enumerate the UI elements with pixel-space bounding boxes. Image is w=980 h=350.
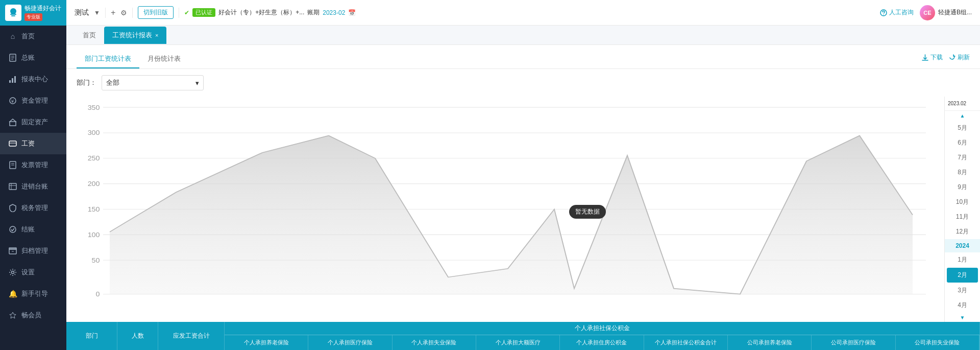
add-icon[interactable]: + xyxy=(111,8,115,17)
th-total-salary-label: 应发工资合计 xyxy=(173,332,210,340)
month-item-2-active[interactable]: 2月 xyxy=(947,268,978,283)
calendar-icon[interactable]: 📅 xyxy=(348,9,356,16)
svg-rect-2 xyxy=(11,15,15,16)
month-item-4[interactable]: 4月 xyxy=(945,298,980,313)
year-header[interactable]: 2023.02 xyxy=(945,97,980,111)
topbar-divider-2 xyxy=(132,8,133,18)
tax-icon xyxy=(8,203,17,213)
dept-filter-value: 全部 xyxy=(106,78,119,87)
period-value: 2023-02 xyxy=(323,9,345,16)
tab-salary-report[interactable]: 工资统计报表 × xyxy=(104,27,166,44)
sidebar-item-member[interactable]: 畅会员 xyxy=(0,305,66,326)
tab-home[interactable]: 首页 xyxy=(75,27,104,44)
svg-rect-7 xyxy=(9,80,11,83)
sub-tab-monthly[interactable]: 月份统计表 xyxy=(139,50,189,68)
sidebar-item-reports[interactable]: 报表中心 xyxy=(0,68,66,90)
sub-tab-dept[interactable]: 部门工资统计表 xyxy=(77,50,139,68)
sidebar-item-tax[interactable]: 税务管理 xyxy=(0,197,66,219)
sidebar-item-label: 报表中心 xyxy=(21,75,48,84)
service-button[interactable]: 人工咨询 xyxy=(880,8,914,17)
topbar-divider-3 xyxy=(179,8,179,18)
svg-rect-13 xyxy=(9,141,16,146)
archive-icon xyxy=(8,246,17,255)
sub-tab-monthly-label: 月份统计表 xyxy=(148,55,181,62)
company-dropdown-icon[interactable]: ▼ xyxy=(94,9,100,16)
th-personal-medical: 个人承担医疗保险 xyxy=(308,335,392,350)
line-chart: 350 300 250 200 150 100 50 0 xyxy=(77,102,939,317)
app-name: 畅捷通好会计 xyxy=(24,5,61,13)
refresh-button[interactable]: 刷新 xyxy=(949,53,970,62)
prev-arrow[interactable]: ▲ xyxy=(945,111,980,121)
th-personal-old-age: 个人承担养老保险 xyxy=(225,335,308,350)
th-personal-housing: 个人承担住房公积金 xyxy=(560,335,644,350)
th-count-label: 人数 xyxy=(132,332,144,340)
month-item-12[interactable]: 12月 xyxy=(945,224,980,239)
sidebar-item-label: 归档管理 xyxy=(21,246,48,255)
funds-icon: ¥ xyxy=(8,96,17,105)
th-company-unemployment: 公司承担失业保险 xyxy=(896,335,979,350)
next-arrow[interactable]: ▼ xyxy=(945,313,980,322)
sidebar-item-guide[interactable]: 🔔 新手引导 xyxy=(0,283,66,305)
dept-filter-label: 部门： xyxy=(77,78,96,87)
download-label: 下载 xyxy=(930,53,943,62)
sidebar-item-funds[interactable]: ¥ 资金管理 xyxy=(0,90,66,111)
user-section[interactable]: CE 轻捷通B组... xyxy=(920,5,972,20)
th-company-old-age: 公司承担养老保险 xyxy=(728,335,812,350)
sidebar-item-archive[interactable]: 归档管理 xyxy=(0,240,66,262)
sub-tab-bar: 部门工资统计表 月份统计表 下载 刷新 xyxy=(66,45,980,69)
month-item-11[interactable]: 11月 xyxy=(945,209,980,224)
main-area: 测试 ▼ + ⚙ 切到旧版 ✔ 已认证 好会计（专）+好生意（标）+... 账期… xyxy=(66,0,980,350)
content-area: 部门工资统计表 月份统计表 下载 刷新 部门： 全部 ▾ xyxy=(66,45,980,350)
month-item-5[interactable]: 5月 xyxy=(945,121,980,135)
reports-icon xyxy=(8,75,17,84)
month-item-9[interactable]: 9月 xyxy=(945,180,980,195)
sidebar-item-purchase[interactable]: 进销台账 xyxy=(0,176,66,197)
sidebar-item-invoice[interactable]: 发票管理 xyxy=(0,154,66,176)
month-item-6[interactable]: 6月 xyxy=(945,135,980,150)
chart-and-panel: 350 300 250 200 150 100 50 0 xyxy=(66,97,980,322)
sidebar-item-label: 总账 xyxy=(21,53,35,62)
th-dept-label: 部门 xyxy=(86,332,98,340)
svg-rect-18 xyxy=(9,183,16,190)
sidebar-item-salary[interactable]: 工资 xyxy=(0,133,66,154)
settings-topbar-icon[interactable]: ⚙ xyxy=(120,9,127,17)
sidebar-item-assets[interactable]: 固定资产 xyxy=(0,111,66,133)
month-item-10[interactable]: 10月 xyxy=(945,195,980,209)
year-2024-label: 2024 xyxy=(945,239,980,252)
month-item-1[interactable]: 1月 xyxy=(945,252,980,267)
svg-text:0: 0 xyxy=(96,291,100,298)
svg-rect-9 xyxy=(14,76,16,83)
tab-salary-label: 工资统计报表 xyxy=(112,31,152,40)
old-mode-button[interactable]: 切到旧版 xyxy=(138,6,174,19)
th-group-sub-cols: 个人承担养老保险 个人承担医疗保险 个人承担失业保险 个人承担大额医疗 个人承担… xyxy=(225,335,979,350)
month-item-7[interactable]: 7月 xyxy=(945,150,980,165)
svg-text:250: 250 xyxy=(88,155,100,162)
period-label: 账期 xyxy=(307,8,320,17)
date-picker-panel: 2023.02 ▲ 5月 6月 7月 8月 9月 10月 11月 12月 202… xyxy=(944,97,980,322)
month-item-8[interactable]: 8月 xyxy=(945,165,980,180)
svg-marker-26 xyxy=(10,312,16,318)
month-item-3[interactable]: 3月 xyxy=(945,283,980,298)
svg-point-28 xyxy=(883,14,884,15)
download-button[interactable]: 下载 xyxy=(922,53,943,62)
sidebar-item-label: 进销台账 xyxy=(21,182,48,191)
tab-close-icon[interactable]: × xyxy=(155,32,158,38)
th-personal-group: 个人承担社保公积金 个人承担养老保险 个人承担医疗保险 个人承担失业保险 个人承… xyxy=(225,322,980,350)
dept-filter-select[interactable]: 全部 ▾ xyxy=(102,75,204,90)
certified-icon: ✔ xyxy=(184,9,189,16)
salary-icon xyxy=(8,139,17,148)
sidebar-item-home[interactable]: ⌂ 首页 xyxy=(0,26,66,47)
sidebar-item-ledger[interactable]: 总账 xyxy=(0,47,66,68)
user-name: 轻捷通B组... xyxy=(938,8,972,17)
service-label: 人工咨询 xyxy=(889,8,914,17)
user-avatar: CE xyxy=(920,5,935,20)
sidebar-item-settings[interactable]: 设置 xyxy=(0,262,66,283)
dropdown-arrow-icon: ▾ xyxy=(195,79,199,87)
th-total-salary: 应发工资合计 xyxy=(158,322,225,350)
sidebar: 畅捷通好会计 专业版 ⌂ 首页 总账 报表中心 ¥ 资金管理 xyxy=(0,0,66,350)
member-icon xyxy=(8,311,17,320)
sidebar-item-label: 固定资产 xyxy=(21,118,48,127)
sidebar-item-closing[interactable]: 结账 xyxy=(0,219,66,240)
refresh-label: 刷新 xyxy=(958,53,970,62)
nav-menu: ⌂ 首页 总账 报表中心 ¥ 资金管理 固定资产 xyxy=(0,26,66,350)
